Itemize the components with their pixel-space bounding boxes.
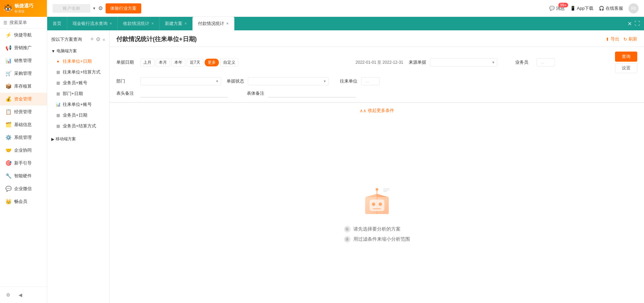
table-body-note-input[interactable] [268, 89, 356, 97]
query-btn[interactable]: 查询 [615, 52, 637, 62]
basic-info-icon: 🗂️ [5, 122, 11, 128]
sidebar-item-enterprise[interactable]: 🤝 企业协同 [0, 144, 47, 157]
messages-btn[interactable]: 💬 消息 99+ [549, 5, 565, 11]
tip-2-text: 用过滤条件来缩小分析范围 [353, 236, 410, 242]
pc-section-title[interactable]: ▼ 电脑端方案 [47, 46, 109, 56]
right-content: 付款情况统计(往来单位+日期) ⬆ 导出 ↻ 刷新 单据日期 [110, 30, 644, 303]
sidebar-item-label: 企业协同 [14, 147, 32, 153]
salesman-input[interactable]: ... [536, 58, 555, 66]
sidebar-item-marketing[interactable]: 📢 营销推广 [0, 41, 47, 54]
scheme-salesman-account[interactable]: ▦ 业务员+账号 [47, 78, 109, 88]
sidebar-item-vip[interactable]: 👑 畅会员 [0, 195, 47, 208]
tab-bank-flow[interactable]: 现金银行流水查询 × [67, 17, 118, 30]
sidebar-item-guide[interactable]: 🎯 新手引导 [0, 157, 47, 170]
date-range: 2022-01-01 至 2022-12-31 [356, 60, 403, 65]
tab-new-scheme-close[interactable]: × [184, 21, 187, 26]
doc-status-select[interactable]: ▾ [248, 77, 329, 85]
svg-point-6 [379, 203, 382, 206]
scheme-settings-btn[interactable]: ⚙ [96, 36, 100, 42]
date-7days[interactable]: 近7天 [187, 59, 203, 66]
scheme-salesman-settlement[interactable]: ▦ 业务员+结算方式 [47, 121, 109, 131]
source-doc-label: 来源单据 [409, 59, 427, 65]
search-menu[interactable]: ☰ 搜索菜单 [0, 17, 47, 29]
collapse-row: ∧∧ 收起更多条件 [110, 102, 644, 118]
tab-home[interactable]: 首页 [47, 17, 67, 30]
sidebar-item-label: 系统管理 [14, 134, 32, 141]
mobile-scheme-section: ▶ 移动端方案 [47, 133, 109, 145]
date-more-btn[interactable]: 更多 [205, 59, 219, 66]
tab-right-actions: ✕ ⛶ [627, 21, 644, 27]
app-download-btn[interactable]: 📱 App下载 [570, 5, 593, 11]
tab-new-scheme[interactable]: 新建方案 × [159, 17, 193, 30]
pc-scheme-section: ▼ 电脑端方案 ● 往来单位+日期 ▦ 往来单位+结算方式 ▦ 业务员+账号 [47, 45, 109, 133]
scheme-dept-date[interactable]: ▦ 部门+日期 [47, 88, 109, 99]
left-panel-actions: + ⚙ « [90, 36, 105, 43]
mobile-section-label: 移动端方案 [56, 136, 76, 142]
date-custom-btn[interactable]: 自定义 [220, 59, 238, 66]
tab-collection-stats[interactable]: 收款情况统计 × [118, 17, 159, 30]
sidebar-item-basic-info[interactable]: 🗂️ 基础信息 [0, 118, 47, 131]
sidebar-item-label: 营销推广 [14, 45, 32, 51]
source-doc-select[interactable]: ▾ [430, 58, 497, 66]
sidebar-settings-btn[interactable]: ⚙ [3, 290, 13, 300]
header-settings-icon[interactable]: ⚙ [98, 5, 103, 11]
app-icon: 📱 [570, 6, 576, 11]
sidebar-item-hardware[interactable]: 🔧 智能硬件 [0, 170, 47, 182]
avatar[interactable]: Rit [628, 3, 639, 13]
date-buttons: 上月 本月 本年 近7天 更多 自定义 [140, 59, 238, 66]
tip-1-text: 请先选择要分析的方案 [353, 226, 401, 232]
collapse-conditions-btn[interactable]: ∧∧ 收起更多条件 [360, 105, 394, 116]
sidebar-item-wechat[interactable]: 💬 企业微信 [0, 182, 47, 195]
account-dropdown-icon[interactable]: ▾ [93, 6, 95, 11]
search-icon: ☰ [3, 20, 7, 25]
scheme-partner-settlement[interactable]: ▦ 往来单位+结算方式 [47, 67, 109, 78]
tab-collection-close[interactable]: × [151, 21, 154, 26]
expand-btn[interactable]: ⛶ [635, 21, 640, 27]
filter-settings-btn[interactable]: 设置 [615, 63, 637, 73]
dept-select[interactable]: ▾ [140, 77, 221, 85]
sidebar-item-label: 快捷导航 [14, 32, 32, 38]
sidebar-item-inventory[interactable]: 📦 库存核算 [0, 80, 47, 93]
svg-rect-7 [373, 208, 381, 209]
scheme-partner-date[interactable]: ● 往来单位+日期 [47, 56, 109, 67]
partner-input[interactable]: ... [361, 77, 380, 85]
online-service-btn[interactable]: 🎧 在线客服 [599, 5, 623, 11]
sidebar-collapse-btn[interactable]: ◀ [16, 290, 25, 300]
left-panel-header: 按以下方案查询 + ⚙ « [47, 34, 109, 45]
export-btn[interactable]: ⬆ 导出 [606, 36, 619, 42]
messages-badge: 99+ [558, 3, 568, 7]
left-panel: 按以下方案查询 + ⚙ « ▼ 电脑端方案 ● 往来单位+日期 [47, 30, 110, 303]
panel-collapse-btn[interactable]: « [103, 37, 105, 42]
tab-payment-close[interactable]: × [226, 21, 229, 26]
scheme-partner-account[interactable]: 📊 往来单位+账号 [47, 99, 109, 110]
trial-btn[interactable]: 体验行业方案 [106, 3, 141, 13]
header-right: 💬 消息 99+ 📱 App下载 🎧 在线客服 Rit [549, 3, 639, 13]
sidebar-item-finance[interactable]: 💰 资金管理 [0, 93, 47, 105]
content-area: 按以下方案查询 + ⚙ « ▼ 电脑端方案 ● 往来单位+日期 [47, 30, 644, 303]
sidebar-item-sales[interactable]: 📊 销售管理 [0, 54, 47, 67]
tab-payment-stats[interactable]: 付款情况统计 × [193, 17, 234, 30]
scheme-salesman-date[interactable]: ▦ 业务员+日期 [47, 110, 109, 121]
date-last-month[interactable]: 上月 [140, 59, 154, 66]
salesman-account-icon: ▦ [55, 80, 61, 86]
date-this-month[interactable]: 本月 [156, 59, 170, 66]
export-icon: ⬆ [606, 37, 609, 42]
close-all-btn[interactable]: ✕ [627, 21, 632, 27]
tab-bank-flow-close[interactable]: × [110, 21, 112, 26]
add-scheme-btn[interactable]: + [90, 36, 94, 43]
sidebar-item-system[interactable]: ⚙️ 系统管理 [0, 131, 47, 144]
date-this-year[interactable]: 本年 [171, 59, 185, 66]
vip-icon: 👑 [5, 199, 11, 205]
sidebar-item-purchase[interactable]: 🛒 采购管理 [0, 67, 47, 80]
salesman-account-label: 业务员+账号 [63, 80, 87, 86]
operation-icon: 📋 [5, 109, 11, 115]
partner-account-icon: 📊 [55, 102, 61, 107]
sidebar-item-quick-nav[interactable]: ⚡ 快捷导航 [0, 29, 47, 41]
sidebar-item-label: 采购管理 [14, 70, 32, 77]
table-header-note-input[interactable] [140, 89, 228, 97]
mobile-section-title[interactable]: ▶ 移动端方案 [47, 134, 109, 144]
sidebar-item-operation[interactable]: 📋 经营管理 [0, 105, 47, 118]
refresh-btn[interactable]: ↻ 刷新 [623, 36, 637, 42]
top-header: 账户名称 ▾ ⚙ 体验行业方案 💬 消息 99+ 📱 App下载 🎧 在线客服 … [47, 0, 644, 17]
table-header-note-label: 表头备注 [116, 90, 135, 96]
